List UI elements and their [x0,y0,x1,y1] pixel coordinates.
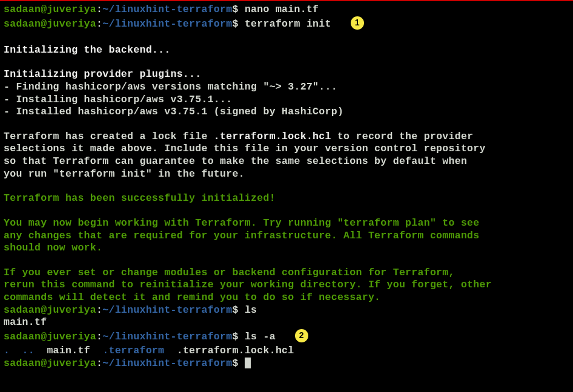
user-host: sadaan@juveriya [4,4,96,15]
prompt-line-1: sadaan@juveriya:~/linuxhint-terraform$ n… [4,4,569,16]
output-line: - Installing hashicorp/aws v3.75.1... [4,94,569,106]
command-text: ls -a [245,331,276,342]
command-text: ls [245,304,257,316]
annotation-badge-1: 1 [349,15,365,31]
output-line: so that Terraform can guarantee to make … [4,155,569,168]
prompt-line-5: sadaan@juveriya:~/linuxhint-terraform$ [4,358,569,370]
success-message: Terraform has been successfully initiali… [4,192,569,205]
cursor [245,358,251,368]
output-line: rerun this command to reinitialize your … [4,279,569,292]
command-text: terraform init [245,18,331,30]
ls-a-output: . .. main.tf .terraform .terraform.lock.… [4,345,569,358]
output-line: Terraform has created a lock file .terra… [4,131,569,143]
output-line: - Installed hashicorp/aws v3.75.1 (signe… [4,106,569,119]
cwd-path: /linuxhint-terraform [108,4,232,15]
output-line: commands will detect it and remind you t… [4,292,569,304]
command-text: nano main.tf [245,4,319,15]
prompt-line-2: sadaan@juveriya:~/linuxhint-terraform$ t… [4,16,569,32]
output-line: If you ever set or change modules or bac… [4,267,569,279]
ls-output: main.tf [4,316,569,329]
output-line: you run "terraform init" in the future. [4,168,569,181]
prompt-line-3: sadaan@juveriya:~/linuxhint-terraform$ l… [4,304,569,317]
output-line: any changes that are required for your i… [4,230,569,243]
output-line: should now work. [4,242,569,255]
prompt-line-4: sadaan@juveriya:~/linuxhint-terraform$ l… [4,329,569,345]
annotation-badge-2: 2 [294,328,310,344]
output-line: - Finding hashicorp/aws versions matchin… [4,81,569,94]
output-heading: Initializing the backend... [4,44,569,57]
output-line: You may now begin working with Terraform… [4,217,569,230]
terminal[interactable]: sadaan@juveriya:~/linuxhint-terraform$ n… [4,4,569,370]
output-heading: Initializing provider plugins... [4,68,569,81]
output-line: selections it made above. Include this f… [4,143,569,155]
